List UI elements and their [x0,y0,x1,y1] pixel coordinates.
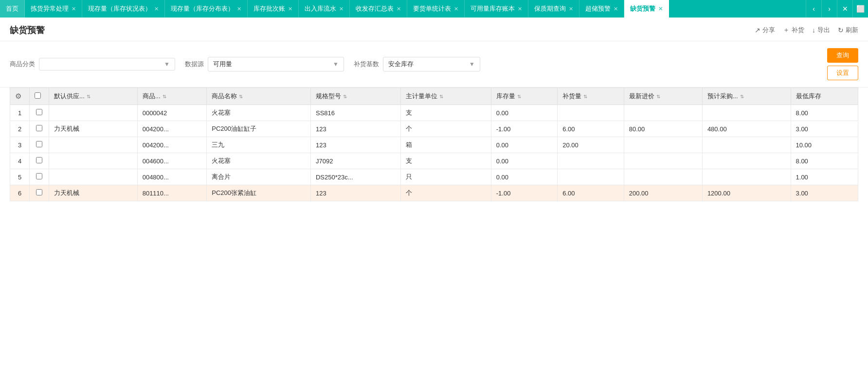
settings-button[interactable]: 设置 [827,66,858,80]
table-row: 5 004800... 离合片 DS250*23c... 只 0.00 1.00 [10,169,858,185]
nav-expand-button[interactable]: ⬜ [852,0,868,18]
row-product-name-2: PC200油缸缸子 [207,121,311,137]
th-supplier: 默认供应... ⇅ [49,88,138,105]
sort-icon: ⇅ [87,94,90,99]
row-est-purchase-5 [702,169,791,185]
row-est-purchase-2: 480.00 [702,121,791,137]
row-est-purchase-6: 1200.00 [702,185,791,201]
table-row: 1 0000042 火花塞 SS816 支 0.00 8.00 [10,105,858,121]
row-restock-5 [558,169,624,185]
restock-label: 补货基数 [354,60,379,69]
close-icon[interactable]: ✕ [658,6,663,12]
row-checkbox-4[interactable] [30,153,49,169]
close-icon[interactable]: ✕ [614,6,618,12]
row-checkbox-5[interactable] [30,169,49,185]
th-min-stock-label: 最低库存 [796,92,821,101]
row-checkbox-1[interactable] [30,105,49,121]
row-select-checkbox[interactable] [36,189,42,195]
nav-tab-label: 收发存汇总表 [356,4,394,13]
th-latest-price-label: 最新进价 [629,92,654,101]
category-select[interactable]: ▼ [39,58,175,70]
nav-tab-home[interactable]: 首页 [0,0,25,18]
row-index-1: 1 [10,105,30,121]
row-stock-1: 0.00 [491,105,557,121]
row-spec-4: J7092 [310,153,400,169]
close-icon[interactable]: ✕ [569,6,573,12]
close-icon[interactable]: ✕ [339,6,344,12]
nav-tab-8[interactable]: 可用量库存账本 ✕ [465,0,528,18]
nav-tab-11[interactable]: 缺货预警 ✕ [624,0,669,18]
nav-prev-button[interactable]: ‹ [806,0,821,18]
row-supplier-6: 力天机械 [49,185,138,201]
datasource-select[interactable]: 可用量 ▼ [208,57,344,71]
close-icon[interactable]: ✕ [518,6,522,12]
row-index-5: 5 [10,169,30,185]
nav-tab-label: 首页 [6,4,18,13]
sort-icon: ⇅ [239,94,243,99]
nav-tab-7[interactable]: 要货单统计表 ✕ [407,0,465,18]
nav-tab-10[interactable]: 超储预警 ✕ [579,0,624,18]
restock-button[interactable]: ＋ 补货 [783,26,804,35]
row-spec-2: 123 [310,121,400,137]
row-index-6: 6 [10,185,30,201]
th-supplier-label: 默认供应... [54,92,85,101]
row-select-checkbox[interactable] [36,109,42,115]
export-button[interactable]: ↓ 导出 [812,26,830,35]
nav-tab-1[interactable]: 拣货异常处理 ✕ [25,0,82,18]
page-content: 缺货预警 ↗ 分享 ＋ 补货 ↓ 导出 ↻ 刷新 商品分类 [0,18,868,387]
nav-tab-label: 现存量（库存分布表） [171,4,234,13]
nav-close-button[interactable]: ✕ [837,0,852,18]
row-checkbox-6[interactable] [30,185,49,201]
close-icon[interactable]: ✕ [454,6,458,12]
nav-tab-3[interactable]: 现存量（库存分布表） ✕ [165,0,248,18]
row-checkbox-2[interactable] [30,121,49,137]
nav-tab-9[interactable]: 保质期查询 ✕ [528,0,579,18]
share-button[interactable]: ↗ 分享 [755,26,775,35]
nav-tab-5[interactable]: 出入库流水 ✕ [299,0,350,18]
row-min-stock-6: 3.00 [791,185,858,201]
nav-tab-4[interactable]: 库存批次账 ✕ [248,0,299,18]
header-actions: ↗ 分享 ＋ 补货 ↓ 导出 ↻ 刷新 [755,26,858,35]
close-icon[interactable]: ✕ [397,6,401,12]
close-icon[interactable]: ✕ [72,6,76,12]
nav-tab-label: 拣货异常处理 [31,4,69,13]
page-title: 缺货预警 [10,24,45,36]
select-all-checkbox[interactable] [35,92,41,99]
export-icon: ↓ [812,26,815,34]
th-unit: 主计量单位 ⇅ [401,88,491,105]
row-spec-5: DS250*23c... [310,169,400,185]
row-restock-4 [558,153,624,169]
query-button[interactable]: 查询 [827,48,858,63]
th-unit-label: 主计量单位 [406,92,437,101]
close-icon[interactable]: ✕ [288,6,292,12]
close-icon[interactable]: ✕ [154,6,159,12]
restock-select[interactable]: 安全库存 ▼ [383,57,480,71]
row-select-checkbox[interactable] [36,125,42,131]
nav-tab-6[interactable]: 收发存汇总表 ✕ [350,0,407,18]
row-spec-3: 123 [310,137,400,153]
nav-tab-label: 库存批次账 [253,4,285,13]
nav-tab-label: 超储预警 [585,4,611,13]
th-product-name-label: 商品名称 [212,92,237,101]
close-icon[interactable]: ✕ [237,6,241,12]
row-select-checkbox[interactable] [36,173,42,179]
nav-tab-2[interactable]: 现存量（库存状况表） ✕ [82,0,165,18]
row-latest-price-6: 200.00 [624,185,702,201]
share-icon: ↗ [755,26,760,34]
nav-tab-label: 现存量（库存状况表） [88,4,151,13]
refresh-button[interactable]: ↻ 刷新 [838,26,858,35]
gear-icon[interactable]: ⚙ [15,92,21,100]
row-min-stock-1: 8.00 [791,105,858,121]
row-select-checkbox[interactable] [36,141,42,147]
row-min-stock-2: 3.00 [791,121,858,137]
th-stock-label: 库存量 [496,92,515,101]
th-est-purchase-label: 预计采购... [707,92,738,101]
row-supplier-1 [49,105,138,121]
row-checkbox-3[interactable] [30,137,49,153]
row-select-checkbox[interactable] [36,157,42,163]
datasource-dropdown-icon: ▼ [333,61,339,68]
nav-next-button[interactable]: › [821,0,837,18]
row-latest-price-4 [624,153,702,169]
row-stock-5: 0.00 [491,169,557,185]
row-restock-3: 20.00 [558,137,624,153]
